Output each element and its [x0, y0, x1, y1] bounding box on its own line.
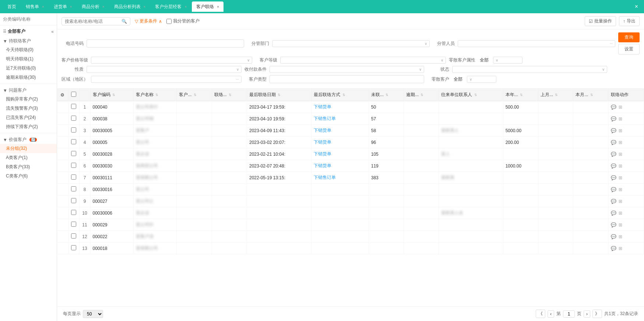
sidebar-item-churn-warning[interactable]: 流失预警客户(3): [0, 104, 57, 113]
region-select[interactable]: ···: [91, 76, 242, 83]
sidebar-item-c-class[interactable]: C类客户(6): [0, 172, 57, 181]
grid-icon[interactable]: ⊞: [619, 116, 622, 121]
sidebar-search-input[interactable]: [3, 17, 57, 22]
sidebar-group-problem[interactable]: ▼ 问题客户: [0, 85, 57, 95]
row-checkbox[interactable]: [71, 139, 76, 144]
reset-button[interactable]: 设置: [618, 44, 640, 54]
tab-customer-contact[interactable]: 客户联络 ×: [192, 1, 224, 12]
all-customers-header[interactable]: ⠿ 全部客户 «: [0, 25, 57, 36]
prev-page-button[interactable]: ‹: [548, 310, 554, 318]
col-contact[interactable]: 联络... ⇅: [212, 89, 247, 101]
col-unit-contact[interactable]: 往来单位联系人 ⇅: [439, 89, 503, 101]
grid-icon[interactable]: ⊞: [619, 105, 622, 110]
tab-product-analysis-list[interactable]: 商品分析列表 ×: [110, 1, 150, 12]
status-select[interactable]: ∨: [452, 66, 607, 73]
col-this-month[interactable]: 本月... ⇅: [573, 89, 608, 101]
chat-icon[interactable]: 💬: [611, 128, 616, 133]
grid-icon[interactable]: ⊞: [619, 234, 622, 239]
close-purchase-icon[interactable]: ×: [70, 5, 72, 9]
last-way-link[interactable]: 下销货单: [314, 163, 331, 168]
chat-icon[interactable]: 💬: [611, 175, 616, 180]
sidebar-item-ungrouped[interactable]: 未分组(32): [0, 144, 57, 153]
last-way-link[interactable]: 下销货单: [314, 104, 331, 109]
grid-icon[interactable]: ⊞: [619, 140, 622, 145]
col-type[interactable]: 客户... ⇅: [177, 89, 212, 101]
grid-icon[interactable]: ⊞: [619, 211, 622, 216]
col-last-month[interactable]: 上月... ⇅: [538, 89, 573, 101]
sidebar-group-value[interactable]: ▼ 价值客户 🔄: [0, 135, 57, 144]
col-overdue[interactable]: 逾期... ⇅: [404, 89, 439, 101]
grid-icon[interactable]: ⊞: [619, 175, 622, 180]
sidebar-item-declining[interactable]: 持续下滑客户(2): [0, 122, 57, 131]
chat-icon[interactable]: 💬: [611, 105, 616, 110]
query-button[interactable]: 查询: [618, 32, 640, 42]
batch-op-button[interactable]: ☑ 批量操作: [585, 16, 616, 26]
row-checkbox[interactable]: [71, 198, 76, 203]
export-button[interactable]: ↑ 导出: [619, 16, 640, 26]
grid-icon[interactable]: ⊞: [619, 246, 622, 251]
search-input[interactable]: [65, 19, 120, 24]
customer-type-input[interactable]: [270, 75, 425, 83]
row-checkbox[interactable]: [71, 245, 76, 250]
window-close-button[interactable]: ×: [632, 3, 641, 10]
tab-customer-segment[interactable]: 客户分层经客 ×: [151, 1, 191, 12]
close-customer-contact-icon[interactable]: ×: [217, 5, 219, 9]
chat-icon[interactable]: 💬: [611, 163, 616, 169]
chat-icon[interactable]: 💬: [611, 116, 616, 121]
col-last-date[interactable]: 最后联络日期 ⇅: [247, 89, 311, 101]
sidebar-item-today-pending[interactable]: 今天待联络(0): [0, 45, 57, 54]
tab-sales[interactable]: 销售单 ×: [21, 1, 49, 12]
sidebar-item-overdue-pending[interactable]: 逾期未联络(30): [0, 73, 57, 82]
grid-icon[interactable]: ⊞: [619, 222, 622, 227]
row-checkbox[interactable]: [71, 127, 76, 133]
close-customer-segment-icon[interactable]: ×: [184, 5, 187, 9]
tab-home[interactable]: 首页: [3, 1, 21, 12]
close-sales-icon[interactable]: ×: [42, 5, 44, 9]
row-checkbox[interactable]: [71, 104, 76, 109]
retail-select[interactable]: ∨: [467, 76, 496, 83]
my-customers-checkbox-label[interactable]: 我分管的客户: [166, 18, 200, 24]
tab-purchase[interactable]: 进货单 ×: [49, 1, 77, 12]
per-page-select[interactable]: 50 100 200: [83, 310, 103, 318]
chat-icon[interactable]: 💬: [611, 246, 616, 251]
page-number-input[interactable]: [563, 310, 575, 318]
last-way-link[interactable]: 下销货单: [314, 151, 331, 156]
row-checkbox[interactable]: [71, 174, 76, 180]
chat-icon[interactable]: 💬: [611, 140, 616, 145]
my-customers-checkbox[interactable]: [166, 19, 172, 24]
grid-icon[interactable]: ⊞: [619, 152, 622, 157]
payment-select[interactable]: ∨: [270, 66, 425, 73]
col-gear[interactable]: ⚙: [57, 89, 68, 101]
chat-icon[interactable]: 💬: [611, 234, 616, 239]
row-checkbox[interactable]: [71, 163, 76, 168]
row-checkbox[interactable]: [71, 222, 76, 227]
phone-input[interactable]: [87, 39, 244, 47]
more-conditions-button[interactable]: ▽ 更多条件 ∧: [135, 18, 162, 24]
grid-icon[interactable]: ⊞: [619, 163, 622, 169]
col-last-way[interactable]: 最后联络方式 ⇅: [312, 89, 369, 101]
dept-select[interactable]: ∨: [272, 40, 430, 47]
last-page-button[interactable]: 》: [592, 310, 602, 318]
chat-icon[interactable]: 💬: [611, 222, 616, 227]
select-all-checkbox[interactable]: [71, 92, 76, 97]
sidebar-item-tomorrow-pending[interactable]: 明天待联络(1): [0, 54, 57, 64]
person-select[interactable]: ···: [458, 40, 615, 47]
customer-level-select[interactable]: ∨: [280, 57, 446, 64]
nature-select[interactable]: ∨: [87, 66, 242, 73]
row-checkbox[interactable]: [71, 233, 76, 239]
last-way-link[interactable]: 下销售订单: [314, 116, 336, 121]
gear-settings-icon[interactable]: ⚙: [60, 92, 64, 98]
sidebar-item-b-class[interactable]: B类客户(33): [0, 162, 57, 172]
col-uncontacted[interactable]: 未联... ⇅: [369, 89, 404, 101]
sidebar-item-churned[interactable]: 已流失客户(24): [0, 113, 57, 122]
close-product-analysis-icon[interactable]: ×: [102, 5, 105, 9]
grid-icon[interactable]: ⊞: [619, 187, 622, 192]
grid-icon[interactable]: ⊞: [619, 128, 622, 133]
sidebar-item-a-class[interactable]: A类客户(1): [0, 153, 57, 162]
sidebar-collapse-icon[interactable]: «: [51, 29, 54, 34]
row-checkbox[interactable]: [71, 151, 76, 156]
sidebar-item-7days-pending[interactable]: 近7天待联络(0): [0, 64, 57, 73]
grid-icon[interactable]: ⊞: [619, 199, 622, 204]
chat-icon[interactable]: 💬: [611, 187, 616, 192]
first-page-button[interactable]: 《: [536, 310, 545, 318]
